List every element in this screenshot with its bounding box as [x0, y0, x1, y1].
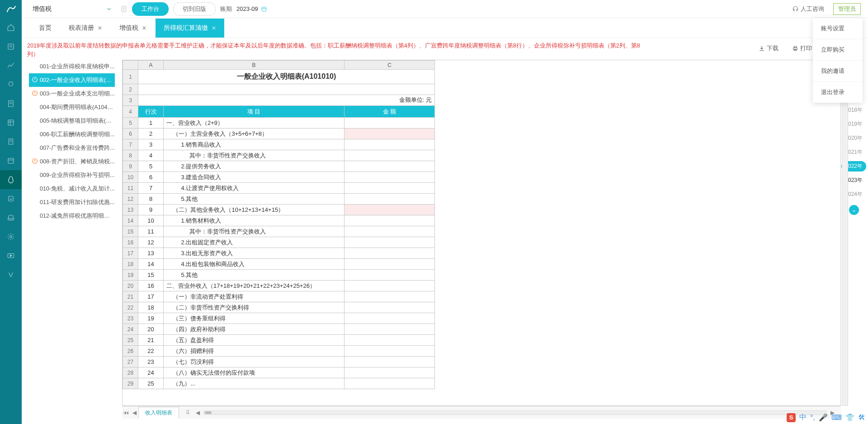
tab-home[interactable]: 首页 — [31, 19, 60, 38]
period-input[interactable]: 2023-09 — [236, 5, 267, 12]
nav-active-icon[interactable] — [0, 170, 22, 189]
sheet-item[interactable]: 001-企业所得税年度纳税申... — [29, 60, 115, 73]
sheet-nav-prev-icon[interactable]: ◀ — [130, 410, 138, 416]
amount-cell[interactable] — [344, 281, 435, 291]
horizontal-scrollbar[interactable]: ⠿ ◀ ▶ — [184, 410, 836, 416]
note-icon[interactable] — [120, 5, 127, 13]
sheet-item[interactable]: 012-减免所得税优惠明细表(... — [29, 209, 115, 223]
menu-my-invites[interactable]: 我的邀请 — [813, 61, 863, 82]
row-label: （二）其他业务收入（10+12+13+14+15） — [164, 205, 344, 215]
amount-cell[interactable] — [344, 205, 435, 215]
sheet-item[interactable]: 006-职工薪酬纳税调整明细... — [29, 128, 115, 141]
sheet-item[interactable]: 009-企业所得税弥补亏损明... — [29, 168, 115, 182]
row-num: 6 — [138, 172, 164, 183]
ime-skin-icon[interactable]: 👕 — [845, 413, 854, 422]
svg-rect-3 — [8, 158, 14, 163]
tab-income-tax[interactable]: 所得税汇算清缴✕ — [156, 19, 224, 38]
nav-inbox-icon[interactable] — [0, 208, 22, 227]
col-header[interactable]: A — [138, 61, 164, 70]
ime-logo-icon[interactable]: S — [787, 413, 796, 422]
sheet-item[interactable]: 011-研发费用加计扣除优惠... — [29, 195, 115, 209]
breadcrumb-select[interactable]: 增值税 — [29, 3, 116, 15]
ime-keyboard-icon[interactable]: ⌨ — [831, 413, 842, 422]
amount-cell[interactable] — [344, 324, 435, 335]
amount-cell[interactable] — [344, 259, 435, 270]
col-header[interactable]: B — [164, 61, 344, 70]
amount-cell[interactable] — [344, 118, 435, 129]
menu-logout[interactable]: 退出登录 — [813, 82, 863, 103]
vertical-scrollbar[interactable] — [842, 60, 848, 406]
sheet-item[interactable]: 004-期间费用明细表(A1040... — [29, 100, 115, 114]
amount-cell[interactable] — [344, 346, 435, 357]
amount-cell[interactable] — [344, 237, 435, 248]
nav-video-icon[interactable] — [0, 246, 22, 265]
amount-cell[interactable] — [344, 183, 435, 194]
amount-cell[interactable] — [344, 194, 435, 205]
sheet-item[interactable]: 002-一般企业收入明细表(A1... — [29, 73, 115, 87]
nav-analytics-icon[interactable] — [0, 56, 22, 75]
nav-form-icon[interactable] — [0, 113, 22, 132]
amount-cell[interactable] — [344, 270, 435, 281]
corner-cell[interactable] — [123, 61, 138, 70]
nav-recycle-icon[interactable] — [0, 189, 22, 208]
amount-cell[interactable] — [344, 150, 435, 161]
switch-old-button[interactable]: 切到旧版 — [173, 2, 216, 16]
ime-mic-icon[interactable]: 🎤 — [819, 413, 828, 422]
sheet-item[interactable]: 007-广告费和业务宣传费跨... — [29, 141, 115, 155]
amount-cell[interactable] — [344, 129, 435, 139]
nav-settings-icon[interactable] — [0, 227, 22, 246]
amount-cell[interactable] — [344, 357, 435, 367]
amount-cell[interactable] — [344, 378, 435, 389]
menu-account-settings[interactable]: 账号设置 — [813, 18, 863, 39]
amount-cell[interactable] — [344, 335, 435, 346]
nav-money-icon[interactable] — [0, 75, 22, 94]
nav-tax-icon[interactable] — [0, 132, 22, 151]
nav-home-icon[interactable] — [0, 18, 22, 37]
tab-tax-list[interactable]: 税表清册✕ — [61, 19, 110, 38]
workspace-button[interactable]: 工作台 — [132, 2, 169, 16]
sheet-title: 一般企业收入明细表(A101010) — [138, 70, 435, 84]
sheet-item[interactable]: 010-免税、减计收入及加计... — [29, 182, 115, 195]
nav-ledger-icon[interactable] — [0, 37, 22, 56]
app-logo — [0, 0, 22, 18]
download-button[interactable]: 下载 — [759, 44, 778, 52]
row-num: 20 — [138, 324, 164, 335]
ime-toolbox-icon[interactable]: 🛠 — [858, 414, 865, 422]
tab-vat[interactable]: 增值税✕ — [111, 19, 155, 38]
amount-cell[interactable] — [344, 291, 435, 302]
amount-cell[interactable] — [344, 172, 435, 183]
amount-cell[interactable] — [344, 248, 435, 259]
amount-cell[interactable] — [344, 367, 435, 378]
menu-buy-now[interactable]: 立即购买 — [813, 39, 863, 61]
scroll-left-icon[interactable]: ⠿ — [184, 410, 192, 416]
amount-cell[interactable] — [344, 161, 435, 172]
sheet-item[interactable]: 008-资产折旧、摊销及纳税... — [29, 155, 115, 168]
svg-rect-0 — [8, 44, 14, 49]
close-icon[interactable]: ✕ — [98, 25, 102, 31]
sheet-tab[interactable]: 收入明细表 — [138, 407, 179, 419]
amount-cell[interactable] — [344, 313, 435, 324]
hscroll-thumb[interactable] — [205, 411, 212, 414]
year-expand-icon[interactable]: ⌄ — [849, 205, 859, 215]
support-label: 人工咨询 — [801, 5, 824, 13]
ime-lang[interactable]: 中 — [799, 413, 807, 422]
sheet-nav-first-icon[interactable]: ⏮ — [122, 410, 130, 416]
ime-punct-icon[interactable]: °, — [810, 414, 815, 422]
support-link[interactable]: 人工咨询 — [792, 5, 824, 13]
sheet-item[interactable]: 003-一般企业成本支出明细... — [29, 87, 115, 100]
nav-report-icon[interactable] — [0, 94, 22, 113]
amount-cell[interactable] — [344, 302, 435, 313]
sheet-item[interactable]: 005-纳税调整项目明细表(A1... — [29, 114, 115, 128]
nav-calendar-icon[interactable] — [0, 151, 22, 170]
close-icon[interactable]: ✕ — [212, 25, 216, 31]
col-header[interactable]: C — [344, 61, 435, 70]
close-icon[interactable]: ✕ — [142, 25, 146, 31]
print-button[interactable]: 打印 — [792, 44, 812, 52]
amount-cell[interactable] — [344, 226, 435, 237]
nav-v-icon[interactable] — [0, 265, 22, 284]
amount-cell[interactable] — [344, 139, 435, 150]
row-label: 1.销售材料收入 — [164, 215, 344, 226]
amount-cell[interactable] — [344, 215, 435, 226]
data-grid[interactable]: ABC1一般企业收入明细表(A101010)23金额单位: 元4行次项 目金 额… — [123, 60, 435, 389]
admin-button[interactable]: 管理员 — [833, 3, 861, 15]
